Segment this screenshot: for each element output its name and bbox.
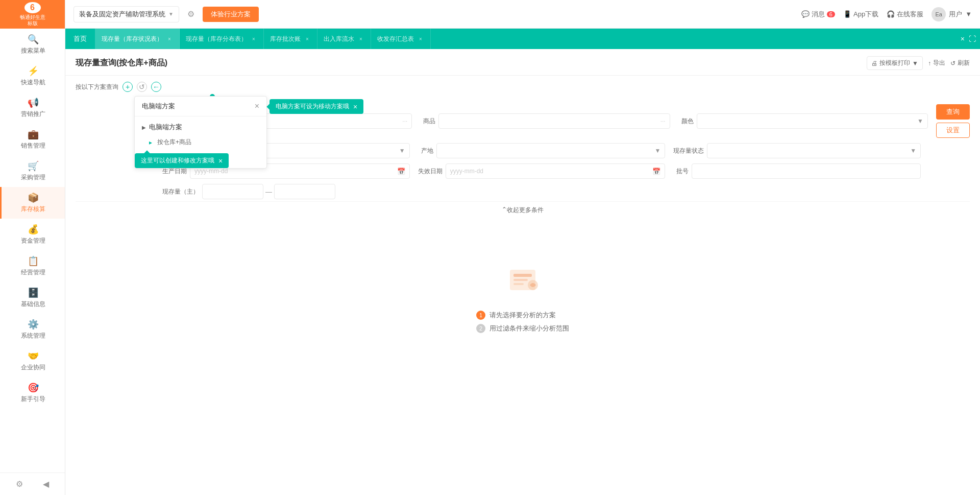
sidebar-item-marketing[interactable]: 📢 营销推广 xyxy=(0,92,65,124)
page-title: 现存量查询(按仓库+商品) xyxy=(76,58,167,68)
tab-io-flow-close[interactable]: × xyxy=(357,35,364,42)
sidebar-item-quick-nav[interactable]: ⚡ 快速导航 xyxy=(0,60,65,92)
origin-select[interactable]: ▼ xyxy=(436,143,666,158)
sidebar-item-inventory[interactable]: 📦 库存核算 xyxy=(0,187,65,219)
batch-label: 批号 xyxy=(673,167,689,176)
field-product: 商品 ··· xyxy=(420,104,670,138)
sidebar-item-guide[interactable]: 🎯 新手引导 xyxy=(0,377,65,409)
sidebar-item-finance[interactable]: 💰 资金管理 xyxy=(0,219,65,250)
tab-fullscreen-icon[interactable]: ⛶ xyxy=(969,35,976,43)
settings-gear-btn[interactable]: ⚙ xyxy=(185,7,197,21)
tab-collect-summary-close[interactable]: × xyxy=(417,35,424,42)
tab-io-flow-label: 出入库流水 xyxy=(324,35,354,43)
tab-home[interactable]: 首页 xyxy=(65,29,95,49)
product-dots: ··· xyxy=(660,117,666,125)
online-service-btn[interactable]: 🎧 在线客服 xyxy=(887,10,923,19)
operations-icon: 📋 xyxy=(28,255,39,267)
exp-date-calendar-icon: 📅 xyxy=(652,168,660,175)
tab-inventory-status[interactable]: 现存量（库存状况表） × xyxy=(95,29,180,49)
user-area[interactable]: Ea 用户 ▼ xyxy=(932,7,972,21)
stock-status-label: 现存量状态 xyxy=(673,147,704,155)
product-select[interactable]: ··· xyxy=(438,113,670,129)
tab-collect-summary[interactable]: 收发存汇总表 × xyxy=(371,29,431,49)
content-area: 现存量查询(按仓库+商品) 🖨 按模板打印 ▼ ↑ 导出 ↺ 刷新 xyxy=(65,49,980,495)
sidebar-item-system[interactable]: ⚙️ 系统管理 xyxy=(0,314,65,345)
filter-label: 按以下方案查询 xyxy=(76,83,118,91)
batch-input[interactable] xyxy=(692,163,921,179)
scheme-item-sub[interactable]: ▸ 按仓库+商品 xyxy=(135,136,266,149)
system-icon: ⚙️ xyxy=(28,319,39,330)
tab-close-all-icon[interactable]: × xyxy=(961,35,965,43)
search-icon: 🔍 xyxy=(28,34,39,45)
more-conditions-row[interactable]: ⌃ 收起更多条件 xyxy=(76,201,970,219)
footer-collapse-btn[interactable]: ◀ xyxy=(43,479,49,489)
sidebar-item-operations[interactable]: 📋 经营管理 xyxy=(0,250,65,282)
export-icon: ↑ xyxy=(928,60,931,67)
sidebar-label-base: 基础信息 xyxy=(21,300,45,309)
sidebar-item-base[interactable]: 🗄️ 基础信息 xyxy=(0,282,65,314)
filter-row-4: 现存量（主） — xyxy=(76,184,970,199)
field-stock-status: 现存量状态 ▼ xyxy=(673,143,921,158)
message-btn[interactable]: 💬 消息 6 xyxy=(801,10,835,19)
sidebar-label-purchase: 采购管理 xyxy=(21,173,45,182)
origin-chevron: ▼ xyxy=(654,147,660,154)
stock-status-select[interactable]: ▼ xyxy=(707,143,921,158)
stock-main-min-input[interactable] xyxy=(202,184,263,199)
tab-inventory-dist-label: 现存量（库存分布表） xyxy=(186,35,247,43)
size-chevron: ▼ xyxy=(399,147,405,154)
phone-icon: 📱 xyxy=(843,10,851,18)
scheme-item-desktop[interactable]: ▶ 电脑端方案 xyxy=(135,119,266,136)
color-select[interactable]: ▼ xyxy=(697,113,928,129)
filter-add-btn[interactable]: + xyxy=(122,82,133,92)
print-btn[interactable]: 🖨 按模板打印 ▼ xyxy=(867,56,923,70)
field-batch: 批号 xyxy=(673,163,921,179)
tooltip-desktop-close[interactable]: × xyxy=(353,103,357,111)
field-stock-main: 现存量（主） — xyxy=(162,184,335,199)
collapse-icon: ⌃ xyxy=(502,206,507,215)
sidebar-label-enterprise: 企业协同 xyxy=(21,363,45,372)
system-name-selector[interactable]: 装备及固定资产辅助管理系统 ▼ xyxy=(74,6,179,22)
origin-label: 产地 xyxy=(418,147,433,155)
search-btn[interactable]: 查询 xyxy=(936,104,970,120)
field-exp-date: 失效日期 yyyy-mm-dd 📅 xyxy=(418,163,666,179)
tab-inventory-status-label: 现存量（库存状况表） xyxy=(102,35,163,43)
tab-batch-account[interactable]: 库存批次账 × xyxy=(264,29,317,49)
scheme-panel-close-btn[interactable]: × xyxy=(255,102,259,111)
filter-refresh-btn[interactable]: ↺ xyxy=(137,82,147,92)
tab-inventory-status-close[interactable]: × xyxy=(166,35,173,42)
export-btn[interactable]: ↑ 导出 xyxy=(928,59,945,67)
user-chevron: ▼ xyxy=(965,10,972,18)
filter-back-btn[interactable]: ← xyxy=(151,82,161,92)
refresh-btn[interactable]: ↺ 刷新 xyxy=(950,59,970,67)
tab-batch-account-close[interactable]: × xyxy=(304,35,311,42)
app-download-btn[interactable]: 📱 App下载 xyxy=(843,10,878,19)
tooltip-desktop: 电脑方案可设为移动方案哦 × xyxy=(270,99,363,114)
page-actions: 🖨 按模板打印 ▼ ↑ 导出 ↺ 刷新 xyxy=(867,56,970,70)
tab-home-label: 首页 xyxy=(74,34,87,43)
sidebar-item-search[interactable]: 🔍 搜索菜单 xyxy=(0,29,65,60)
sidebar-item-enterprise[interactable]: 🤝 企业协同 xyxy=(0,345,65,377)
scheme-desktop-label: 电脑端方案 xyxy=(149,123,182,132)
step-1-text: 请先选择要分析的方案 xyxy=(489,311,556,320)
system-name-text: 装备及固定资产辅助管理系统 xyxy=(79,10,165,19)
reset-btn[interactable]: 设置 xyxy=(936,123,970,138)
tab-inventory-dist[interactable]: 现存量（库存分布表） × xyxy=(180,29,264,49)
tooltip-edit-close[interactable]: × xyxy=(218,157,223,165)
stock-main-max-input[interactable] xyxy=(274,184,335,199)
sidebar-item-purchase[interactable]: 🛒 采购管理 xyxy=(0,155,65,187)
sidebar: 6 畅通好生意 标版 🔍 搜索菜单 ⚡ 快速导航 📢 营销推广 💼 销售管理 🛒… xyxy=(0,0,65,495)
trial-btn[interactable]: 体验行业方案 xyxy=(203,7,259,22)
sidebar-item-sales[interactable]: 💼 销售管理 xyxy=(0,124,65,155)
field-color: 颜色 ▼ xyxy=(678,104,928,138)
exp-date-input[interactable]: yyyy-mm-dd 📅 xyxy=(446,163,666,179)
tab-inventory-dist-close[interactable]: × xyxy=(250,35,257,42)
stock-main-range: — xyxy=(202,184,335,199)
tab-io-flow[interactable]: 出入库流水 × xyxy=(317,29,371,49)
back-arrow-icon: ← xyxy=(153,83,160,90)
footer-settings-btn[interactable]: ⚙ xyxy=(16,479,23,489)
svg-rect-3 xyxy=(513,283,524,285)
sidebar-label-system: 系统管理 xyxy=(21,332,45,340)
finance-icon: 💰 xyxy=(28,224,39,235)
enterprise-icon: 🤝 xyxy=(28,350,39,362)
app-logo: 6 畅通好生意 标版 xyxy=(0,0,65,29)
